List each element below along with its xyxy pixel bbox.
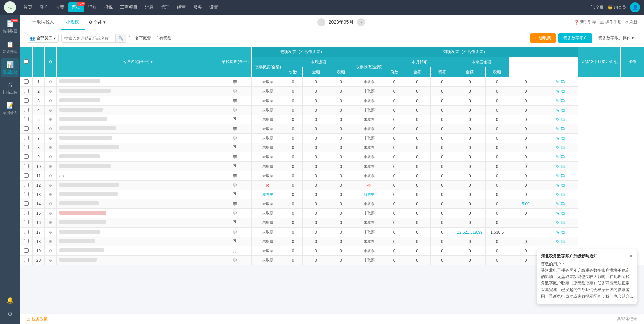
accum12-link[interactable]: 5.00: [522, 202, 529, 206]
copy-icon[interactable]: ⧉: [561, 201, 565, 207]
row-checkbox-1[interactable]: [24, 89, 29, 93]
row-checkbox-17[interactable]: [24, 239, 29, 243]
nav-item-3[interactable]: 票据new: [68, 2, 84, 12]
tab-small-scale[interactable]: 小规模: [61, 15, 85, 30]
edit-icon[interactable]: ✎: [556, 145, 560, 150]
row-settings-icon[interactable]: ⚙: [49, 164, 52, 169]
copy-icon[interactable]: ⧉: [561, 107, 565, 113]
edit-icon[interactable]: ✎: [556, 192, 560, 197]
row-settings-icon[interactable]: ⚙: [49, 117, 52, 122]
row-settings-icon[interactable]: ⚙: [49, 127, 52, 131]
row-settings-icon[interactable]: ⚙: [49, 174, 52, 178]
copy-icon[interactable]: ⧉: [561, 229, 565, 235]
row-checkbox-0[interactable]: [24, 79, 29, 84]
nav-item-11[interactable]: 设置: [206, 2, 221, 12]
row-settings-icon[interactable]: ⚙: [49, 89, 52, 94]
nav-item-0[interactable]: 首页: [20, 2, 36, 12]
sidebar-item-invoice[interactable]: 📋 发票开具: [1, 38, 19, 57]
edit-icon[interactable]: ✎: [556, 117, 560, 122]
row-settings-icon[interactable]: ⚙: [49, 239, 52, 244]
nav-item-2[interactable]: 收费: [52, 2, 68, 12]
app-logo[interactable]: [4, 1, 16, 13]
row-checkbox-15[interactable]: [24, 220, 29, 224]
copy-icon[interactable]: ⧉: [561, 192, 565, 197]
row-settings-icon[interactable]: ⚙: [49, 145, 52, 150]
checkbox-account-input[interactable]: [129, 36, 133, 40]
edit-icon[interactable]: ✎: [556, 136, 560, 141]
copy-icon[interactable]: ⧉: [561, 164, 565, 169]
period-next-btn[interactable]: ›: [357, 18, 365, 26]
copy-icon[interactable]: ⧉: [561, 182, 565, 188]
row-checkbox-7[interactable]: [24, 145, 29, 149]
row-settings-icon[interactable]: ⚙: [49, 108, 52, 113]
row-settings-icon[interactable]: ⚙: [49, 192, 52, 197]
nav-item-5[interactable]: 报税: [101, 2, 116, 12]
search-button[interactable]: 🔍: [115, 34, 126, 42]
copy-icon[interactable]: ⧉: [561, 210, 565, 216]
row-settings-icon[interactable]: ⚙: [49, 99, 52, 103]
row-checkbox-14[interactable]: [24, 211, 29, 215]
edit-icon[interactable]: ✎: [556, 164, 560, 169]
guide-btn[interactable]: ❓ 新手引导: [574, 19, 596, 25]
row-checkbox-2[interactable]: [24, 98, 29, 103]
period-prev-btn[interactable]: ‹: [317, 18, 325, 26]
row-checkbox-8[interactable]: [24, 154, 29, 159]
nav-item-4[interactable]: 记账: [85, 2, 100, 12]
sidebar-bell-icon[interactable]: 🔔: [4, 295, 16, 306]
checkbox-taxpad-input[interactable]: [154, 36, 158, 40]
checkbox-account[interactable]: 名下账套: [129, 35, 151, 41]
select-all-checkbox[interactable]: [24, 59, 29, 64]
row-settings-icon[interactable]: ⚙: [49, 249, 52, 253]
edit-icon[interactable]: ✎: [556, 183, 560, 188]
nav-item-1[interactable]: 客户: [36, 2, 52, 12]
fullscreen-btn[interactable]: ⛶ 全屏: [591, 5, 604, 10]
th-customer-name[interactable]: 客户名称(全部) ▾: [57, 47, 219, 77]
copy-icon[interactable]: ⧉: [561, 88, 565, 94]
copy-icon[interactable]: ⧉: [561, 220, 565, 225]
member-btn[interactable]: 👑 购会员: [608, 5, 626, 10]
copy-icon[interactable]: ⧉: [561, 145, 565, 150]
copy-icon[interactable]: ⧉: [561, 173, 565, 179]
sidebar-item-summary[interactable]: 📊 票据汇总: [1, 58, 19, 77]
row-settings-icon[interactable]: ⚙: [49, 155, 52, 159]
copy-icon[interactable]: ⧉: [561, 98, 565, 104]
edit-icon[interactable]: ✎: [556, 154, 560, 160]
edit-icon[interactable]: ✎: [556, 126, 560, 132]
search-input[interactable]: [62, 34, 115, 42]
manual-btn[interactable]: 📖 操作手册: [599, 19, 622, 25]
sidebar-item-smartticket[interactable]: new 📄 智能取票: [1, 17, 19, 37]
edit-icon[interactable]: ✎: [556, 239, 560, 244]
row-checkbox-3[interactable]: [24, 108, 29, 112]
row-checkbox-5[interactable]: [24, 126, 29, 131]
row-checkbox-13[interactable]: [24, 201, 29, 206]
th-outbound-status[interactable]: 取票状态(全部): [353, 57, 385, 77]
edit-icon[interactable]: ✎: [556, 220, 560, 225]
nav-item-8[interactable]: 管理: [158, 2, 173, 12]
refresh-btn[interactable]: ↻ 刷新: [625, 19, 637, 25]
row-settings-icon[interactable]: ⚙: [49, 220, 52, 225]
row-checkbox-18[interactable]: [24, 248, 29, 253]
row-checkbox-4[interactable]: [24, 117, 29, 121]
row-settings-icon[interactable]: ⚙: [49, 230, 52, 235]
th-inbound-status[interactable]: 取票状态(全部): [252, 57, 284, 77]
edit-icon[interactable]: ✎: [556, 201, 560, 207]
copy-icon[interactable]: ⧉: [561, 239, 565, 244]
row-settings-icon[interactable]: ⚙: [49, 80, 52, 84]
season-amt-link[interactable]: 12,621,319.99: [457, 230, 483, 235]
nav-item-10[interactable]: 服务: [190, 2, 205, 12]
sidebar-item-scan[interactable]: 🖨 扫描上传: [1, 79, 19, 98]
copy-icon[interactable]: ⧉: [561, 135, 565, 141]
row-checkbox-12[interactable]: [24, 192, 29, 196]
row-checkbox-6[interactable]: [24, 136, 29, 140]
nav-item-7[interactable]: 消息: [142, 2, 157, 12]
nav-item-9[interactable]: 经营: [174, 2, 189, 12]
row-checkbox-11[interactable]: [24, 183, 29, 187]
th-tax-period[interactable]: 纳税周期(全部): [219, 47, 252, 77]
tax-digital-account-op-btn[interactable]: 税务数字账户操作 ▾: [595, 33, 637, 43]
tab-general-taxpayer[interactable]: 一般纳税人: [27, 15, 59, 30]
row-checkbox-16[interactable]: [24, 230, 29, 234]
copy-icon[interactable]: ⧉: [561, 117, 565, 122]
row-settings-icon[interactable]: ⚙: [49, 211, 52, 216]
user-avatar[interactable]: 👤: [630, 2, 640, 12]
edit-icon[interactable]: ✎: [556, 98, 560, 104]
